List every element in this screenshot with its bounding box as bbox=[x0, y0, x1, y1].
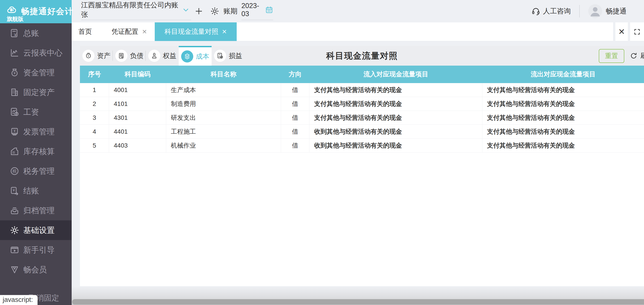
sidebar-item-label: 新手引导 bbox=[23, 245, 55, 255]
account-settings-button[interactable] bbox=[210, 0, 220, 22]
period-picker[interactable]: 2023-03 bbox=[242, 0, 273, 20]
archive-icon bbox=[10, 205, 20, 216]
brand-subtitle: 旗舰版 bbox=[7, 15, 24, 22]
stamp-icon bbox=[148, 50, 160, 62]
col-header-account-name: 科目名称 bbox=[166, 70, 281, 79]
gear-icon bbox=[10, 225, 20, 235]
outflow-item-cell[interactable]: 支付其他与经营活动有关的现金 bbox=[482, 111, 644, 124]
close-tab-icon[interactable]: ✕ bbox=[222, 28, 227, 36]
period-value: 2023-03 bbox=[242, 2, 263, 18]
sidebar-item-tax[interactable]: 税 税务管理 bbox=[0, 161, 72, 181]
salary-doc-icon: ¥ bbox=[10, 107, 20, 117]
sidebar-item-funds[interactable]: ¥ 资金管理 bbox=[0, 63, 72, 82]
window-tab-cashflow-mapping[interactable]: 科目现金流量对照 ✕ bbox=[155, 22, 237, 41]
table-row[interactable]: 2 4101 制造费用 借 支付其他与经营活动有关的现金 支付其他与经营活动有关… bbox=[80, 97, 644, 111]
svg-text:¥: ¥ bbox=[13, 71, 16, 75]
svg-text:税: 税 bbox=[12, 168, 16, 173]
sidebar-item-guide[interactable]: 新手引导 bbox=[0, 240, 72, 260]
sidebar-item-label: 畅会员 bbox=[23, 264, 47, 275]
invoice-icon: ¥ bbox=[10, 126, 20, 137]
page-title: 科目现金流量对照 bbox=[326, 50, 398, 62]
window-tab-home[interactable]: 首页 bbox=[72, 22, 101, 41]
sidebar-item-label: 基础设置 bbox=[23, 225, 55, 236]
browser-status-tooltip: javascript: bbox=[0, 295, 38, 305]
reset-button[interactable]: 重置 bbox=[599, 49, 624, 63]
support-label: 人工咨询 bbox=[543, 6, 571, 16]
sidebar-item-inventory[interactable]: 库存核算 bbox=[0, 142, 72, 161]
sidebar-item-salary[interactable]: ¥ 工资 bbox=[0, 102, 72, 122]
plus-icon bbox=[194, 7, 203, 16]
topbar-divider bbox=[579, 5, 580, 18]
tabstrip-gap bbox=[628, 22, 630, 41]
company-name: 江西服宝精品有限责任公司内账张 bbox=[81, 0, 182, 19]
sidebar-item-label: 发票管理 bbox=[23, 126, 55, 137]
table-row[interactable]: 5 4403 机械作业 借 收到其他与经营活动有关的现金 支付其他与经营活动有关… bbox=[80, 138, 644, 152]
inflow-item-cell[interactable]: 支付其他与经营活动有关的现金 bbox=[310, 83, 482, 97]
avatar[interactable] bbox=[588, 4, 602, 18]
sidebar-item-general-ledger[interactable]: ¥ 总账 bbox=[0, 23, 72, 43]
tab-profit-loss[interactable]: ¥ 损益 bbox=[212, 46, 244, 66]
outflow-item-cell[interactable]: 支付其他与经营活动有关的现金 bbox=[482, 83, 644, 97]
col-header-direction: 方向 bbox=[281, 70, 310, 79]
col-header-outflow-item: 流出对应现金流量项目 bbox=[482, 70, 644, 79]
tab-cost[interactable]: 成本 bbox=[179, 46, 212, 66]
table-row[interactable]: 3 4301 研发支出 借 支付其他与经营活动有关的现金 支付其他与经营活动有关… bbox=[80, 111, 644, 125]
outflow-item-cell[interactable]: 支付其他与经营活动有关的现金 bbox=[482, 97, 644, 110]
refresh-button[interactable]: 刷新 bbox=[630, 46, 644, 66]
closing-doc-icon: ¥ bbox=[10, 186, 20, 196]
sidebar-item-invoices[interactable]: ¥ 发票管理 bbox=[0, 122, 72, 142]
sidebar-item-cloud-reports[interactable]: 云报表中心 bbox=[0, 43, 72, 63]
gear-icon bbox=[210, 6, 220, 16]
sidebar-item-settings[interactable]: 基础设置 bbox=[0, 220, 72, 240]
sidebar-item-label: 归档管理 bbox=[23, 205, 55, 216]
tabstrip-gap bbox=[613, 22, 615, 41]
cloud-logo-icon bbox=[6, 4, 18, 16]
horizontal-scrollbar[interactable] bbox=[72, 299, 644, 304]
col-header-account-code: 科目编码 bbox=[109, 70, 166, 79]
main-panel: ¥ 资产 负债 权益 bbox=[80, 46, 644, 286]
support-button[interactable]: 人工咨询 bbox=[531, 6, 571, 16]
window-tab-voucher-config[interactable]: 凭证配置 ✕ bbox=[101, 22, 155, 41]
sidebar-item-archive[interactable]: 归档管理 bbox=[0, 201, 72, 220]
table-row[interactable]: 1 4001 生产成本 借 支付其他与经营活动有关的现金 支付其他与经营活动有关… bbox=[80, 83, 644, 97]
inflow-item-cell[interactable]: 支付其他与经营活动有关的现金 bbox=[310, 97, 482, 110]
tab-assets[interactable]: ¥ 资产 bbox=[80, 46, 113, 66]
close-tab-icon[interactable]: ✕ bbox=[142, 28, 147, 36]
col-header-inflow-item: 流入对应现金流量项目 bbox=[310, 70, 482, 79]
close-icon: ✕ bbox=[618, 27, 625, 36]
add-account-set-button[interactable] bbox=[194, 0, 203, 22]
window-tabstrip: 首页 凭证配置 ✕ 科目现金流量对照 ✕ ✕ bbox=[72, 22, 644, 41]
ledger-icon: ¥ bbox=[10, 28, 20, 38]
profit-doc-icon: ¥ bbox=[214, 50, 226, 62]
col-header-seq: 序号 bbox=[80, 70, 109, 79]
outflow-item-cell[interactable]: 支付其他与经营活动有关的现金 bbox=[482, 125, 644, 138]
video-guide-icon bbox=[10, 245, 20, 255]
brand-title: 畅捷通好会计 bbox=[21, 6, 74, 17]
expand-icon bbox=[633, 28, 641, 36]
sidebar-item-label: 资金管理 bbox=[23, 68, 55, 78]
tab-equity[interactable]: 权益 bbox=[146, 46, 179, 66]
liability-doc-icon bbox=[115, 50, 128, 62]
sidebar-item-closing[interactable]: ¥ 结账 bbox=[0, 181, 72, 201]
sidebar-item-member[interactable]: 畅会员 bbox=[0, 260, 72, 280]
outflow-item-cell[interactable]: 支付其他与经营活动有关的现金 bbox=[482, 138, 644, 152]
topbar: 江西服宝精品有限责任公司内账张 账期 2023-03 bbox=[72, 0, 644, 22]
sidebar-item-fixed-assets[interactable]: 固定资产 bbox=[0, 82, 72, 102]
inflow-item-cell[interactable]: 支付其他与经营活动有关的现金 bbox=[310, 111, 482, 124]
inflow-item-cell[interactable]: 收到其他与经营活动有关的现金 bbox=[310, 138, 482, 152]
sidebar-item-label: 工资 bbox=[23, 107, 39, 117]
chevron-down-icon bbox=[182, 6, 190, 14]
sidebar: 畅捷通好会计 旗舰版 ¥ 总账 云报表中心 ¥ 资金管理 bbox=[0, 0, 72, 305]
report-chart-icon bbox=[10, 48, 20, 58]
tab-liabilities[interactable]: 负债 bbox=[113, 46, 146, 66]
username[interactable]: 畅捷通 bbox=[606, 6, 626, 16]
inflow-item-cell[interactable]: 收到其他与经营活动有关的现金 bbox=[310, 125, 482, 138]
company-selector[interactable]: 江西服宝精品有限责任公司内账张 bbox=[81, 0, 191, 20]
fullscreen-button[interactable] bbox=[630, 22, 644, 41]
period-label: 账期 bbox=[224, 0, 237, 22]
svg-text:¥: ¥ bbox=[87, 55, 89, 57]
layers-icon bbox=[181, 50, 193, 62]
table-row[interactable]: 4 4401 工程施工 借 收到其他与经营活动有关的现金 支付其他与经营活动有关… bbox=[80, 125, 644, 138]
close-all-tabs-button[interactable]: ✕ bbox=[615, 22, 628, 41]
category-tabbar: ¥ 资产 负债 权益 bbox=[80, 46, 644, 66]
